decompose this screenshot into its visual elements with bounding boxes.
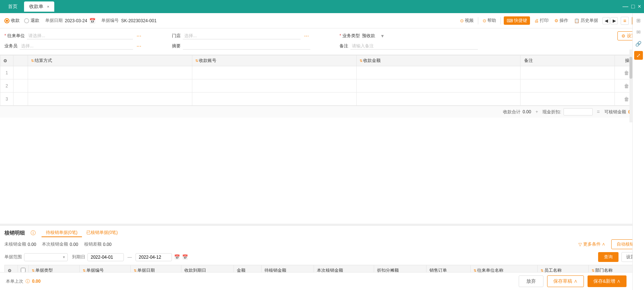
remark-input[interactable]: [183, 43, 310, 50]
due-date-from-input[interactable]: [87, 253, 124, 261]
summary-available-label: 可核销金额: [604, 109, 626, 115]
scroll-track[interactable]: [629, 50, 632, 122]
verify-filter-row: 单据范围 到期日 — 📅 📅: [4, 252, 640, 262]
th-remark: 备注: [521, 55, 615, 66]
video-icon: ⊙: [460, 18, 464, 23]
row-2-account[interactable]: [192, 79, 356, 93]
verify-info-icon[interactable]: ⓘ: [31, 230, 36, 236]
stat-current-value: 0.00: [70, 242, 78, 247]
discount-input[interactable]: [564, 108, 593, 115]
save-draft-btn[interactable]: 保存草稿 ∧: [547, 275, 584, 287]
stat-unchecked-label: 未核销金额: [4, 241, 26, 247]
staff-input[interactable]: [20, 43, 133, 50]
row-3-delete-icon[interactable]: 🗑: [624, 96, 629, 102]
radio-receipt[interactable]: 收款: [4, 17, 20, 24]
save-new-label: 保存&新增 ∧: [593, 278, 621, 285]
counterpart-more-btn[interactable]: ···: [135, 33, 143, 39]
calendar-to-icon[interactable]: 📅: [182, 254, 188, 260]
footer-btns: 放弃 保存草稿 ∧ 保存&新增 ∧: [519, 275, 627, 287]
note-input[interactable]: [350, 43, 478, 50]
due-date-label: 到期日: [72, 254, 85, 260]
discard-btn[interactable]: 放弃: [519, 275, 543, 287]
counterpart-label: 往来单位: [4, 33, 25, 39]
form-row-1: 往来单位 ··· 门店 ··· 业务类型 预收款 ▼: [4, 31, 640, 40]
row-2-col1: [13, 79, 28, 93]
maximize-btn[interactable]: □: [631, 3, 635, 10]
next-arrow[interactable]: ▶: [610, 17, 618, 24]
row-3-settle[interactable]: [28, 93, 192, 106]
row-2-settle[interactable]: [28, 79, 192, 93]
sidebar-mail-icon[interactable]: ✉: [634, 28, 643, 36]
summary-total: 收款合计 0.00: [503, 109, 531, 115]
calendar-icon[interactable]: 📅: [89, 18, 95, 24]
th-remark-label: 备注: [524, 58, 533, 64]
save-new-btn[interactable]: 保存&新增 ∧: [588, 275, 627, 287]
print-btn[interactable]: 🖨 打印: [533, 17, 550, 24]
verify-tabs: 待核销单据(0笔) 已核销单据(0笔): [42, 229, 122, 237]
stat-unchecked-value: 0.00: [28, 242, 36, 247]
history-btn[interactable]: 📋 历史单据: [573, 17, 600, 24]
discard-label: 放弃: [526, 278, 536, 284]
tab-close-icon[interactable]: ×: [47, 4, 49, 9]
row-1-account[interactable]: [192, 66, 356, 79]
shortcut-icon: ⌨: [507, 18, 513, 23]
footer-info-icon[interactable]: ⓘ: [25, 278, 30, 285]
tab-home-label: 首页: [8, 3, 17, 10]
minimize-btn[interactable]: —: [623, 3, 628, 10]
shortcut-btn[interactable]: ⌨ 快捷键: [504, 16, 530, 25]
row-3-account[interactable]: [192, 93, 356, 106]
row-2-remark[interactable]: [521, 79, 615, 93]
summary-equals: =: [597, 109, 600, 115]
more-filter-btn[interactable]: ▽ 更多条件 ∧: [578, 241, 605, 247]
radio-refund[interactable]: 退款: [24, 17, 39, 24]
close-btn[interactable]: ×: [638, 3, 641, 10]
counterpart-input[interactable]: [27, 32, 133, 39]
row-1-delete-icon[interactable]: 🗑: [624, 70, 629, 76]
prev-arrow[interactable]: ◀: [602, 17, 610, 24]
tab-done[interactable]: 已核销单据(0笔): [82, 229, 122, 237]
row-1-settle[interactable]: [28, 66, 192, 79]
help-label: 帮助: [487, 17, 496, 24]
row-1-col1: [13, 66, 28, 79]
form-area: 往来单位 ··· 门店 ··· 业务类型 预收款 ▼: [0, 28, 644, 55]
store-input[interactable]: [183, 32, 301, 39]
tab-home[interactable]: 首页: [3, 1, 23, 12]
video-label: 视频: [465, 17, 474, 24]
note-field: 备注: [339, 43, 478, 50]
row-1-amount[interactable]: [356, 66, 521, 79]
search-btn[interactable]: 查询: [598, 252, 619, 262]
tab-pending[interactable]: 待核销单据(0笔): [42, 229, 82, 237]
footer-last-label: 本单上次: [6, 278, 23, 285]
sidebar-expand-icon[interactable]: ⤢: [634, 51, 643, 60]
radio-receipt-label: 收款: [11, 17, 20, 24]
tab-receipt[interactable]: 收款单 ×: [24, 1, 54, 12]
calendar-from-icon[interactable]: 📅: [174, 254, 180, 260]
row-1-remark[interactable]: [521, 66, 615, 79]
sidebar-link-icon[interactable]: 🔗: [634, 39, 643, 48]
row-3-amount[interactable]: [356, 93, 521, 106]
table-area: ⚙ ⇅结算方式 ⇅收款账号 ⇅收款金额 备注: [0, 55, 644, 224]
due-date-to-input[interactable]: [136, 253, 172, 261]
verify-stats: 未核销金额 0.00 本次核销金额 0.00 核销差额 0.00 ▽ 更多条件 …: [4, 239, 640, 249]
nav-arrows: ◀ ▶: [602, 17, 618, 24]
video-btn[interactable]: ⊙ 视频: [459, 17, 475, 24]
list-view-btn[interactable]: ≡: [621, 17, 629, 25]
table-header-row: ⚙ ⇅结算方式 ⇅收款账号 ⇅收款金额 备注: [0, 55, 644, 66]
operate-btn[interactable]: ⚙ 操作: [553, 17, 570, 24]
row-2-amount[interactable]: [356, 79, 521, 93]
scroll-thumb[interactable]: [629, 57, 632, 79]
th-settle-method: ⇅结算方式: [28, 55, 192, 66]
help-btn[interactable]: ⊙ 帮助: [481, 17, 498, 24]
right-sidebar: ⊞ ✉ 🔗 ⤢: [632, 13, 644, 290]
select-all-checkbox[interactable]: [21, 268, 25, 273]
store-more-btn[interactable]: ···: [303, 33, 310, 39]
sidebar-table-icon[interactable]: ⊞: [634, 16, 643, 25]
biz-type-arrow[interactable]: ▼: [380, 34, 385, 39]
date-separator: —: [127, 255, 132, 260]
staff-more-btn[interactable]: ···: [135, 43, 143, 50]
row-3-remark[interactable]: [521, 93, 615, 106]
row-2-delete-icon[interactable]: 🗑: [624, 83, 629, 89]
summary-total-label: 收款合计: [503, 109, 521, 115]
th-gear[interactable]: ⚙: [0, 55, 13, 66]
bill-range-select[interactable]: [24, 253, 68, 261]
